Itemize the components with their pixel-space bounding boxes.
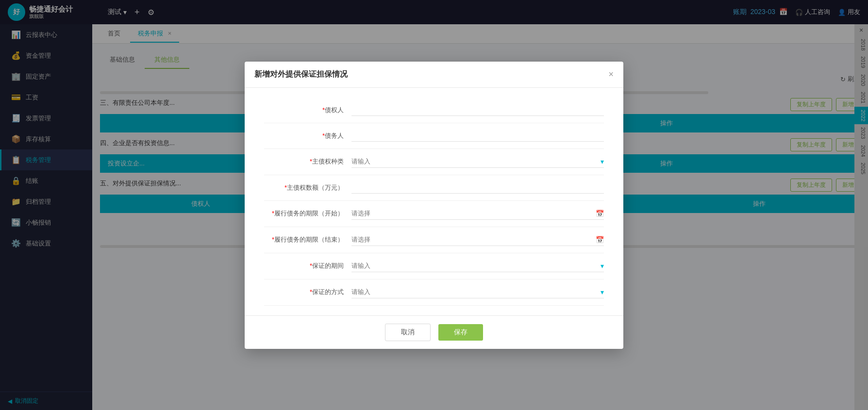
claim-type-wrap: ▾ — [351, 156, 604, 168]
claim-type-chevron-icon[interactable]: ▾ — [601, 158, 604, 165]
dialog-footer: 取消 保存 — [245, 315, 623, 349]
form-row-claim-amount: *主债权数额（万元） — [264, 175, 604, 201]
claim-type-label: *主债权种类 — [264, 157, 351, 166]
guarantee-method-label: *保证的方式 — [264, 288, 351, 296]
guarantee-method-chevron-icon[interactable]: ▾ — [601, 288, 604, 296]
duty-start-input[interactable] — [351, 210, 596, 217]
duty-start-wrap: 📅 — [351, 208, 604, 220]
guarantee-period-label: *保证的期间 — [264, 262, 351, 270]
form-row-debtor: *债务人 — [264, 123, 604, 149]
duty-end-label: *履行债务的期限（结束） — [264, 235, 351, 244]
duty-start-label: *履行债务的期限（开始） — [264, 209, 351, 218]
guarantee-method-wrap: ▾ — [351, 286, 604, 298]
dialog-close-button[interactable]: × — [608, 69, 614, 80]
duty-start-calendar-icon[interactable]: 📅 — [596, 210, 604, 217]
save-button[interactable]: 保存 — [438, 324, 483, 341]
dialog-body: *债权人 *债务人 *主债权种类 ▾ — [245, 88, 623, 315]
guarantee-period-wrap: ▾ — [351, 260, 604, 272]
add-guarantee-dialog: 新增对外提供保证担保情况 × *债权人 *债务人 * — [245, 62, 623, 349]
modal-overlay[interactable]: 新增对外提供保证担保情况 × *债权人 *债务人 * — [0, 0, 868, 410]
guarantee-period-input[interactable] — [351, 262, 601, 269]
guarantee-method-input[interactable] — [351, 288, 601, 295]
guarantee-period-chevron-icon[interactable]: ▾ — [601, 262, 604, 270]
dialog-title: 新增对外提供保证担保情况 — [254, 69, 348, 80]
debtor-input[interactable] — [351, 130, 604, 142]
form-row-claim-type: *主债权种类 ▾ — [264, 149, 604, 175]
claim-amount-label: *主债权数额（万元） — [264, 183, 351, 192]
duty-end-calendar-icon[interactable]: 📅 — [596, 236, 604, 244]
debtor-label: *债务人 — [264, 131, 351, 140]
form-row-guarantee-period: *保证的期间 ▾ — [264, 253, 604, 279]
cancel-button[interactable]: 取消 — [385, 324, 431, 341]
duty-end-input[interactable] — [351, 236, 596, 243]
claim-type-input[interactable] — [351, 158, 601, 165]
dialog-header: 新增对外提供保证担保情况 × — [245, 62, 623, 88]
creditor-label: *债权人 — [264, 106, 351, 115]
form-row-duty-end: *履行债务的期限（结束） 📅 — [264, 227, 604, 253]
form-row-creditor: *债权人 — [264, 98, 604, 123]
creditor-input[interactable] — [351, 104, 604, 116]
claim-amount-input[interactable] — [351, 182, 604, 194]
duty-end-wrap: 📅 — [351, 234, 604, 246]
form-row-duty-start: *履行债务的期限（开始） 📅 — [264, 201, 604, 227]
form-row-guarantee-method: *保证的方式 ▾ — [264, 279, 604, 306]
